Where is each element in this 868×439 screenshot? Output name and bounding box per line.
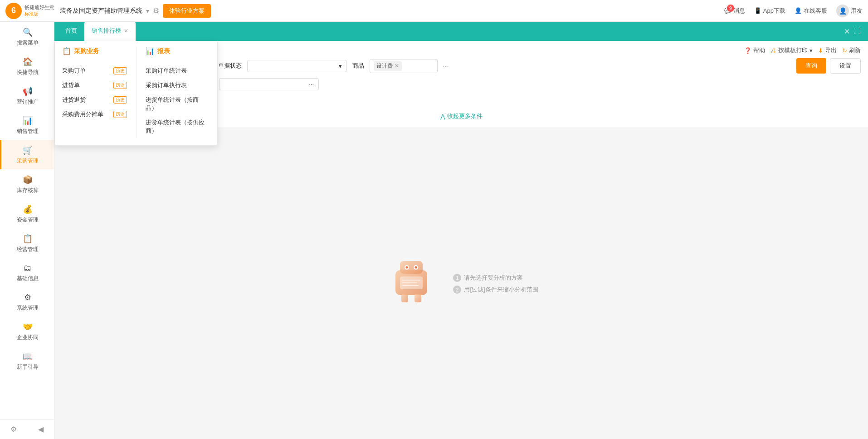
robot-svg [384,256,439,306]
capital-icon: 💰 [23,204,33,214]
sidebar-item-enterprise[interactable]: 🤝 企业协同 [0,316,54,346]
doc-status-chevron: ▾ [339,63,342,69]
salesperson-dots[interactable]: ··· [309,81,314,88]
doc-status-select[interactable]: ▾ [247,60,347,72]
empty-state: 1 请先选择要分析的方案 2 用[过滤]条件来缩小分析范围 [384,256,538,311]
dropdown-col2-title: 📊 报表 [146,47,210,58]
export-btn[interactable]: ⬇ 导出 [818,46,837,54]
sidebar-item-guide[interactable]: 📖 新手引导 [0,346,54,375]
sidebar-label-sales: 销售管理 [17,128,39,135]
tab-sales-rank[interactable]: 销售排行榜 ✕ [84,22,136,41]
dropdown-item-cost[interactable]: 采购费用分摊单 历史 [62,107,127,122]
system-title-text: 装备及固定资产辅助管理系统 [60,7,142,15]
main-content-empty: 1 请先选择要分析的方案 2 用[过滤]条件来缩小分析范围 [54,128,868,439]
print-icon: 🖨 [770,47,776,54]
marketing-icon: 📢 [23,86,33,96]
goods-more-btn[interactable]: ··· [443,63,448,69]
dropdown-col-purchase: 📋 采购业务 采购订单 历史 进货单 历史 进货退货 历史 采购费用分摊单 历史 [55,47,134,138]
footer-collapse-btn[interactable]: ◀ [36,423,45,435]
salesperson-select[interactable]: ··· [219,78,319,90]
dropdown-item-report1[interactable]: 采购订单统计表 [146,64,210,78]
goods-tag-remove[interactable]: ✕ [395,63,399,69]
print-btn[interactable]: 🖨 按模板打印 ▾ [770,46,813,54]
sidebar-item-search[interactable]: 🔍 搜索菜单 [0,22,54,51]
search-menu-icon: 🔍 [23,27,33,37]
sidebar-item-capital[interactable]: 💰 资金管理 [0,199,54,228]
hint-item-2: 2 用[过滤]条件来缩小分析范围 [453,284,538,296]
online-service-btn[interactable]: 👤 在线客服 [795,7,827,15]
messages-label: 消息 [733,7,745,15]
empty-hints: 1 请先选择要分析的方案 2 用[过滤]条件来缩小分析范围 [453,272,538,296]
help-btn[interactable]: ❓ 帮助 [744,46,765,54]
sidebar-label-search: 搜索菜单 [17,39,39,47]
sidebar-label-quicknav: 快捷导航 [17,69,39,76]
sales-icon: 📊 [23,116,33,126]
refresh-btn[interactable]: ↻ 刷新 [842,46,861,54]
dropdown-item-report2[interactable]: 采购订单执行表 [146,78,210,93]
svg-point-5 [415,266,417,268]
collapse-up-icon: ⋀ [440,113,445,120]
system-title-area: 装备及固定资产辅助管理系统 ▾ ⚙ 体验行业方案 [60,4,724,18]
message-badge: 9 [727,5,734,12]
sidebar-item-inventory[interactable]: 📦 库存核算 [0,169,54,199]
operations-icon: 📋 [23,234,33,244]
dropdown-item-purchase-order[interactable]: 采购订单 历史 [62,64,127,78]
goods-filter-area[interactable]: 设计费 ✕ [370,59,438,73]
quick-nav-icon: 🏠 [23,57,33,67]
dropdown-item-report4[interactable]: 进货单统计表（按供应商） [146,115,210,138]
app-download-btn[interactable]: 📱 App下载 [754,7,785,15]
user-avatar-btn[interactable]: 👤 用友 [836,5,863,17]
sidebar-item-system[interactable]: ⚙ 系统管理 [0,287,54,316]
sidebar-item-operations[interactable]: 📋 经营管理 [0,228,54,258]
dropdown-item-report3[interactable]: 进货单统计表（按商品） [146,93,210,115]
sidebar-item-sales[interactable]: 📊 销售管理 [0,110,54,140]
history-badge-1: 历史 [113,82,127,89]
baseinfo-icon: 🗂 [24,263,32,273]
sidebar-item-quicknav[interactable]: 🏠 快捷导航 [0,51,54,81]
logo-text: 畅捷通好生意 标准版 [24,4,54,17]
reports-col-icon: 📊 [146,47,155,55]
svg-point-4 [406,266,408,268]
sidebar-label-marketing: 营销推广 [17,98,39,106]
logo-icon: 6 [5,3,22,19]
query-btn[interactable]: 查询 [796,58,826,74]
enterprise-icon: 🤝 [23,322,33,332]
messages-btn[interactable]: 💬 9 消息 [724,7,745,15]
dropdown-arrow-icon[interactable]: ▾ [146,7,149,15]
sidebar-item-baseinfo[interactable]: 🗂 基础信息 [0,258,54,287]
dropdown-item-return[interactable]: 进货退货 历史 [62,93,127,107]
dropdown-item-inbound[interactable]: 进货单 历史 [62,78,127,93]
header-right: 💬 9 消息 📱 App下载 👤 在线客服 👤 用友 [724,5,863,17]
hint-num-2: 2 [453,286,461,294]
window-close-icon[interactable]: ✕ [844,27,850,36]
hint-text-1: 请先选择要分析的方案 [464,272,523,284]
tab-close-icon[interactable]: ✕ [124,28,128,34]
sidebar-label-operations: 经营管理 [17,246,39,253]
tab-window-buttons: ✕ ⛶ [844,27,864,36]
guide-icon: 📖 [23,351,33,361]
user-label: 用友 [851,7,863,15]
setting-btn[interactable]: 设置 [830,58,861,74]
goods-label: 商品 [352,62,364,70]
purchase-dropdown-menu: 📋 采购业务 采购订单 历史 进货单 历史 进货退货 历史 采购费用分摊单 历史 [54,41,218,146]
sidebar-item-marketing[interactable]: 📢 营销推广 [0,81,54,110]
service-icon: 👤 [795,7,802,14]
history-badge-0: 历史 [113,67,127,74]
window-maximize-icon[interactable]: ⛶ [853,27,861,36]
refresh-icon: ↻ [842,47,847,54]
dropdown-columns: 📋 采购业务 采购订单 历史 进货单 历史 进货退货 历史 采购费用分摊单 历史 [55,47,217,138]
empty-illustration [384,256,439,311]
dropdown-col1-title: 📋 采购业务 [62,47,127,58]
purchase-icon: 🛒 [23,145,33,155]
print-dropdown-icon[interactable]: ▾ [809,47,813,54]
footer-settings-btn[interactable]: ⚙ [9,423,19,435]
industry-btn[interactable]: 体验行业方案 [163,4,211,18]
tab-home-label: 首页 [65,27,77,35]
hint-item-1: 1 请先选择要分析的方案 [453,272,538,284]
tab-bar: 首页 销售排行榜 ✕ ✕ ⛶ [54,22,868,41]
settings-icon[interactable]: ⚙ [153,6,159,15]
history-badge-3: 历史 [113,111,127,118]
sidebar-label-capital: 资金管理 [17,216,39,224]
tab-home[interactable]: 首页 [58,22,84,41]
sidebar-item-purchase[interactable]: 🛒 采购管理 [0,140,54,169]
